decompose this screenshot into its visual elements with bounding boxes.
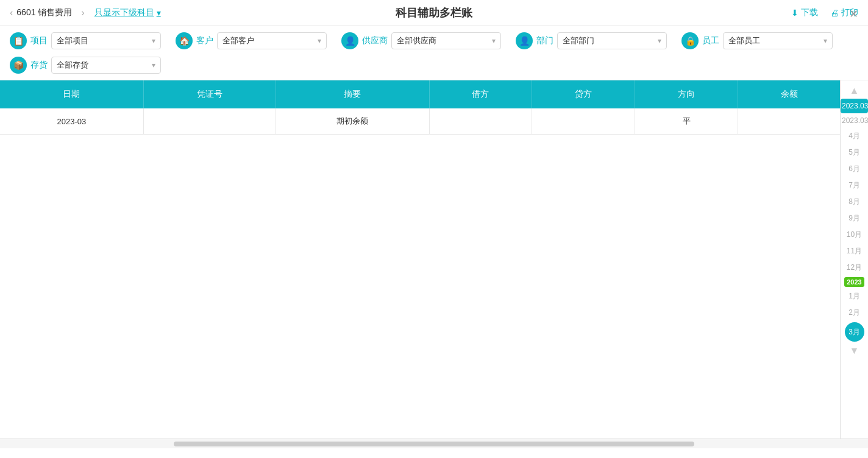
supplier-select-arrow: ▾ <box>492 37 496 45</box>
sidebar-item-4[interactable]: 4月 <box>841 128 868 144</box>
project-label: 项目 <box>30 35 48 46</box>
col-balance: 余额 <box>738 80 840 108</box>
sidebar-item-10[interactable]: 10月 <box>841 227 868 243</box>
col-credit: 贷方 <box>532 80 635 108</box>
inventory-select-value: 全部存货 <box>57 60 88 71</box>
project-select-arrow: ▾ <box>152 37 155 45</box>
header-bar: ‹ 6601 销售费用 › 只显示下级科目 ▾ 科目辅助多栏账 ⬇ 下载 🖨 打… <box>0 0 868 26</box>
sidebar-item-2023-03-2[interactable]: 2023.03 <box>841 113 868 128</box>
supplier-icon: 👤 <box>341 32 358 49</box>
main-window: ✕ ‹ 6601 销售费用 › 只显示下级科目 ▾ 科目辅助多栏账 ⬇ 下载 🖨… <box>0 0 868 458</box>
col-debit: 借方 <box>429 80 532 108</box>
show-sub-label: 只显示下级科目 <box>94 7 154 18</box>
right-sidebar: ▲ 2023.03 2023.03 4月 5月 6月 7月 8月 <box>840 80 868 439</box>
filter-item-supplier: 👤 供应商 全部供应商 ▾ <box>341 32 501 49</box>
sidebar-item-9[interactable]: 9月 <box>841 210 868 227</box>
sidebar-item-5[interactable]: 5月 <box>841 144 868 161</box>
sidebar-item-label: 5月 <box>848 148 860 157</box>
col-summary: 摘要 <box>276 80 429 108</box>
sidebar-item-label: 2023.03 <box>842 116 868 125</box>
download-label: 下载 <box>801 7 818 18</box>
page-title: 科目辅助多栏账 <box>396 5 472 20</box>
employee-select-value: 全部员工 <box>728 35 760 46</box>
sidebar-item-label: 12月 <box>847 263 862 272</box>
sidebar-item-2023-03-top[interactable]: 2023.03 <box>841 99 868 113</box>
content-area: 日期 凭证号 摘要 借方 贷方 方向 余额 2023-03 期初余额 <box>0 80 868 439</box>
year-badge: 2023 <box>844 277 864 287</box>
download-icon: ⬇ <box>791 8 799 18</box>
download-button[interactable]: ⬇ 下载 <box>791 7 818 18</box>
table-area[interactable]: 日期 凭证号 摘要 借方 贷方 方向 余额 2023-03 期初余额 <box>0 80 840 439</box>
employee-icon: 🔒 <box>681 32 699 49</box>
col-direction: 方向 <box>635 80 738 108</box>
inventory-select-arrow: ▾ <box>152 61 155 69</box>
sidebar-item-year2023[interactable]: 2023 <box>841 276 868 288</box>
show-sub-arrow-icon: ▾ <box>157 8 161 18</box>
sidebar-item-11[interactable]: 11月 <box>841 243 868 259</box>
dept-select-value: 全部部门 <box>563 35 594 46</box>
project-select-value: 全部项目 <box>57 35 88 46</box>
account-nav: ‹ 6601 销售费用 › <box>10 7 85 18</box>
cell-date: 2023-03 <box>0 108 143 135</box>
sidebar-item-7[interactable]: 7月 <box>841 177 868 194</box>
sidebar-item-1[interactable]: 1月 <box>841 288 868 305</box>
filter-item-inventory: 📦 存货 全部存货 ▾ <box>10 57 161 74</box>
dept-label: 部门 <box>536 35 553 46</box>
table-header-row: 日期 凭证号 摘要 借方 贷方 方向 余额 <box>0 80 840 108</box>
sidebar-item-label: 4月 <box>848 132 860 140</box>
filter-item-project: 📋 项目 全部项目 ▾ <box>10 32 161 49</box>
employee-select-arrow: ▾ <box>824 37 827 45</box>
print-icon: 🖨 <box>830 8 839 18</box>
filter-item-customer: 🏠 客户 全部客户 ▾ <box>176 32 327 49</box>
customer-label: 客户 <box>196 35 213 46</box>
sidebar-item-label: 8月 <box>848 197 860 206</box>
header-actions: ⬇ 下载 🖨 打印 <box>791 7 858 18</box>
sidebar-item-label: 1月 <box>848 292 860 300</box>
sidebar-item-12[interactable]: 12月 <box>841 259 868 276</box>
scrollbar-thumb[interactable] <box>174 442 694 446</box>
sidebar-item-label: 7月 <box>848 181 860 189</box>
customer-select-value: 全部客户 <box>222 35 254 46</box>
dept-select-arrow: ▾ <box>658 37 661 45</box>
supplier-select[interactable]: 全部供应商 ▾ <box>391 32 501 49</box>
horizontal-scrollbar[interactable] <box>0 439 868 448</box>
sidebar-item-3-active[interactable]: 3月 <box>845 322 864 342</box>
sidebar-item-label: 3月 <box>848 322 860 342</box>
sidebar-item-2[interactable]: 2月 <box>841 305 868 321</box>
sidebar-item-label: 2023.03 <box>842 102 868 110</box>
project-icon: 📋 <box>10 32 27 49</box>
ledger-table: 日期 凭证号 摘要 借方 贷方 方向 余额 2023-03 期初余额 <box>0 80 840 135</box>
cell-direction: 平 <box>635 108 738 135</box>
customer-icon: 🏠 <box>176 32 193 49</box>
show-sub-toggle[interactable]: 只显示下级科目 ▾ <box>94 7 161 18</box>
dept-icon: 👤 <box>516 32 533 49</box>
sidebar-up-arrow[interactable]: ▲ <box>841 83 868 99</box>
filter-area: 📋 项目 全部项目 ▾ 🏠 客户 全部客户 ▾ 👤 供应商 全部供应商 ▾ <box>0 26 868 80</box>
sidebar-item-label: 2月 <box>848 308 860 317</box>
inventory-select[interactable]: 全部存货 ▾ <box>51 57 161 74</box>
dept-select[interactable]: 全部部门 ▾ <box>557 32 667 49</box>
cell-credit <box>532 108 635 135</box>
customer-select[interactable]: 全部客户 ▾ <box>217 32 327 49</box>
next-account-button[interactable]: › <box>81 7 84 18</box>
sidebar-down-arrow[interactable]: ▼ <box>841 343 868 359</box>
close-button[interactable]: ✕ <box>849 7 858 21</box>
col-voucher: 凭证号 <box>143 80 276 108</box>
cell-voucher <box>143 108 276 135</box>
filter-item-employee: 🔒 员工 全部员工 ▾ <box>681 32 833 49</box>
supplier-label: 供应商 <box>362 35 388 46</box>
supplier-select-value: 全部供应商 <box>397 35 436 46</box>
sidebar-item-6[interactable]: 6月 <box>841 161 868 177</box>
employee-select[interactable]: 全部员工 ▾ <box>723 32 833 49</box>
sidebar-item-label: 11月 <box>847 247 862 255</box>
project-select[interactable]: 全部项目 ▾ <box>51 32 161 49</box>
filter-item-dept: 👤 部门 全部部门 ▾ <box>516 32 667 49</box>
table-row: 2023-03 期初余额 平 <box>0 108 840 135</box>
sidebar-item-label: 6月 <box>848 164 860 173</box>
inventory-label: 存货 <box>30 60 48 71</box>
sidebar-item-8[interactable]: 8月 <box>841 194 868 210</box>
customer-select-arrow: ▾ <box>318 37 321 45</box>
prev-account-button[interactable]: ‹ <box>10 7 13 18</box>
sidebar-item-label: 9月 <box>848 214 860 222</box>
col-date: 日期 <box>0 80 143 108</box>
